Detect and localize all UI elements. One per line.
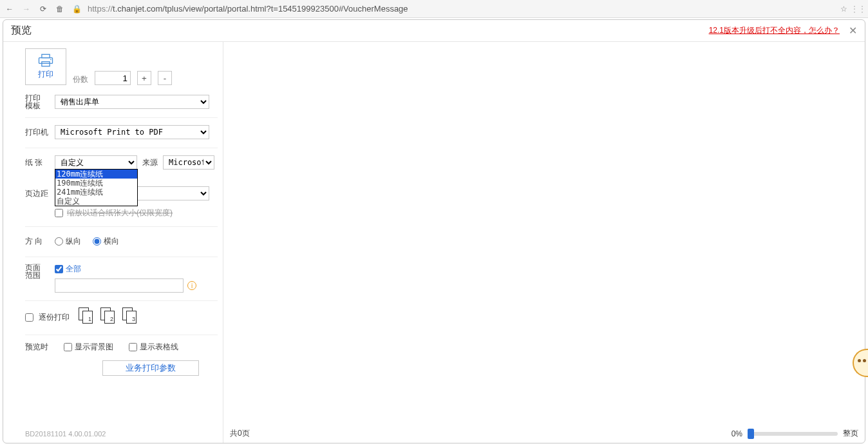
paper-dropdown-list[interactable]: 120mm连续纸 190mm连续纸 241mm连续纸 自定义 bbox=[55, 169, 138, 206]
landscape-radio[interactable] bbox=[93, 237, 101, 246]
paper-option[interactable]: 120mm连续纸 bbox=[55, 170, 137, 179]
copies-label: 份数 bbox=[73, 74, 88, 85]
printer-select[interactable]: Microsoft Print to PDF bbox=[55, 125, 209, 139]
collate-checkbox[interactable] bbox=[25, 313, 33, 322]
printer-icon bbox=[37, 54, 55, 68]
zoom-percent-label: 0% bbox=[731, 429, 742, 438]
svg-rect-1 bbox=[39, 58, 53, 64]
svg-point-3 bbox=[50, 59, 52, 60]
close-icon[interactable]: ✕ bbox=[849, 24, 857, 37]
zoom-slider[interactable] bbox=[748, 432, 838, 436]
printer-label: 打印机 bbox=[25, 127, 50, 138]
version-label: BD20181101 4.00.01.002 bbox=[25, 430, 106, 438]
print-settings-panel: 打印 份数 + - 打印 模板 销售出库单 打印机 Microsoft Prin… bbox=[3, 42, 223, 443]
trash-button[interactable]: 🗑 bbox=[54, 3, 66, 15]
fit-width-label: 缩放以适合纸张大小(仅限宽度) bbox=[67, 208, 173, 219]
back-button[interactable]: ← bbox=[4, 3, 15, 15]
lock-icon: 🔒 bbox=[71, 3, 82, 15]
paper-source-select[interactable]: Microsoft P bbox=[163, 155, 214, 170]
template-label: 打印 模板 bbox=[25, 94, 50, 110]
page-count-label: 共0页 bbox=[230, 428, 250, 439]
portrait-radio[interactable] bbox=[55, 237, 63, 246]
paper-select[interactable]: 自定义 bbox=[55, 155, 137, 170]
margin-label: 页边距 bbox=[25, 188, 50, 199]
collate-label: 逐份打印 bbox=[39, 312, 70, 323]
copies-input[interactable] bbox=[95, 71, 131, 85]
template-select[interactable]: 销售出库单 bbox=[55, 95, 209, 109]
browser-toolbar: ← → ⟳ 🗑 🔒 https://t.chanjet.com/tplus/vi… bbox=[0, 0, 868, 18]
print-button[interactable]: 打印 bbox=[25, 48, 66, 85]
copies-plus-button[interactable]: + bbox=[137, 71, 151, 85]
paper-option[interactable]: 190mm连续纸 bbox=[55, 179, 137, 188]
preview-options-label: 预览时 bbox=[25, 342, 48, 353]
dialog-title: 预览 bbox=[11, 24, 32, 37]
all-pages-checkbox[interactable] bbox=[55, 265, 63, 273]
help-link[interactable]: 12.1版本升级后打不全内容，怎么办？ bbox=[709, 25, 840, 36]
whole-page-button[interactable]: 整页 bbox=[843, 428, 858, 439]
menu-icon[interactable]: ⋮⋮ bbox=[853, 3, 864, 15]
info-icon[interactable]: i bbox=[187, 281, 196, 290]
copies-minus-button[interactable]: - bbox=[158, 71, 172, 85]
fit-width-checkbox[interactable] bbox=[55, 209, 63, 217]
paper-option[interactable]: 241mm连续纸 bbox=[55, 188, 137, 197]
paper-label: 纸 张 bbox=[25, 157, 50, 168]
print-preview-dialog: 预览 12.1版本升级后打不全内容，怎么办？ ✕ 打印 份数 bbox=[3, 19, 865, 443]
svg-rect-2 bbox=[42, 62, 50, 66]
print-button-label: 打印 bbox=[38, 69, 53, 80]
show-bg-checkbox[interactable] bbox=[64, 343, 72, 351]
collate-icons: 11 22 33 bbox=[79, 307, 140, 327]
page-range-label: 页面 范围 bbox=[25, 264, 50, 279]
address-bar[interactable]: https://t.chanjet.com/tplus/view/portal/… bbox=[88, 4, 835, 14]
bookmark-star-icon[interactable]: ☆ bbox=[840, 5, 847, 14]
page-range-input[interactable] bbox=[55, 278, 184, 293]
business-print-params-button[interactable]: 业务打印参数 bbox=[102, 360, 199, 376]
orientation-label: 方 向 bbox=[25, 236, 50, 247]
paper-source-label: 来源 bbox=[142, 157, 158, 168]
zoom-slider-thumb[interactable] bbox=[748, 429, 754, 439]
reload-button[interactable]: ⟳ bbox=[37, 3, 49, 15]
forward-button[interactable]: → bbox=[21, 3, 32, 15]
show-grid-checkbox[interactable] bbox=[129, 343, 137, 351]
title-bar: 预览 12.1版本升级后打不全内容，怎么办？ ✕ bbox=[3, 20, 865, 42]
preview-footer: 共0页 0% 整页 bbox=[230, 428, 858, 439]
paper-option[interactable]: 自定义 bbox=[55, 197, 137, 206]
svg-rect-0 bbox=[42, 54, 50, 57]
preview-area: 共0页 0% 整页 bbox=[223, 42, 865, 443]
